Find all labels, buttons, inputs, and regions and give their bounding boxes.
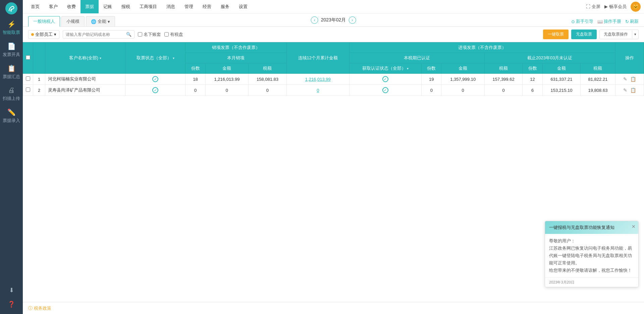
search-input[interactable]: [63, 31, 123, 38]
row-12m-link-0[interactable]: 1,216,013.99: [305, 77, 331, 82]
row-tax-s-1: 0: [249, 85, 286, 96]
row-action-1: ✎ 📋: [615, 85, 644, 96]
row-amount-s-1: 0: [205, 85, 248, 96]
sidebar: ⚡ 智能取票 📄 发票开具 📋 票据汇总 🖨 扫描上传 ✏️ 票据录入 ⬇ ❓: [0, 0, 23, 314]
own-account-checkbox[interactable]: [138, 32, 142, 37]
tab-bar: 一般纳税人 小规模 🌐 全能 ▾ ‹ 2023年02月 › ⊙ 新手引导: [23, 13, 644, 27]
sidebar-item-entry-label: 票据录入: [3, 118, 20, 124]
th-fetch-status: 取票状态（全部） ▾: [125, 43, 185, 74]
manual-action[interactable]: 📖 操作手册: [597, 18, 621, 24]
nav-client[interactable]: 客户: [44, 0, 62, 13]
tab-all[interactable]: 🌐 全能 ▾: [86, 16, 115, 26]
no-disk-fetch-btn[interactable]: 无盘取票: [571, 29, 597, 39]
sidebar-item-scan[interactable]: 🖨 扫描上传: [0, 83, 23, 105]
view-icon-1[interactable]: 📋: [630, 87, 636, 93]
th-cert-status: 获取认证状态（全部） ▾: [349, 63, 421, 74]
cert-check-1: ✓: [382, 87, 388, 93]
nav-invoice[interactable]: 票据: [80, 0, 99, 13]
nav-service[interactable]: 服务: [216, 0, 234, 13]
th-amount-d: 金额: [542, 63, 580, 74]
row-shares-d-1: 6: [523, 85, 542, 96]
view-icon-0[interactable]: 📋: [630, 76, 636, 82]
sidebar-item-summary-label: 票据汇总: [3, 74, 20, 80]
tab-small[interactable]: 小规模: [61, 16, 85, 26]
row-customer-1: 灵寿县尚泽矿产品有限公司: [45, 85, 125, 96]
notif-line2: 江苏政务网已恢复访问电子税务局功能，易代账一键登陆电子税务局与无盘取票相关功能可…: [549, 245, 634, 267]
row-tax-d-1: 19,808.63: [581, 85, 615, 96]
scan-icon: 🖨: [8, 86, 15, 94]
row-tax-s-0: 158,081.83: [249, 74, 286, 85]
th-num: [33, 43, 45, 74]
nav-biz[interactable]: 工商项目: [135, 0, 162, 13]
next-month-btn[interactable]: ›: [348, 16, 356, 24]
tax-policy-link[interactable]: ⓘ 税务政策: [28, 305, 51, 311]
tab-general[interactable]: 一般纳税人: [28, 16, 60, 27]
guide-action[interactable]: ⊙ 新手引导: [571, 18, 593, 24]
refresh-label: 刷新: [630, 18, 639, 24]
row-12m-link-1[interactable]: 0: [317, 88, 319, 93]
sidebar-item-smart-fetch[interactable]: ⚡ 智能取票: [0, 17, 23, 39]
row-12m-1: 0: [286, 85, 349, 96]
fullscreen-btn[interactable]: ⛶ 全屏: [586, 4, 600, 10]
table-row: 2 灵寿县尚泽矿产品有限公司 ✓ 0 0 0 0 ✓ 0 0 0 6 153,2…: [23, 85, 644, 96]
search-button[interactable]: 🔍: [123, 30, 134, 38]
bottom-bar: ⓘ 税务政策: [23, 302, 644, 314]
tax-disk-checkbox[interactable]: [164, 32, 169, 37]
refresh-action[interactable]: ↻ 刷新: [625, 18, 639, 24]
checkbox-tax-disk[interactable]: 有税盘: [164, 32, 183, 38]
th-tax-d: 税额: [581, 63, 615, 74]
th-checkbox: [23, 43, 33, 74]
prev-month-btn[interactable]: ‹: [311, 16, 318, 24]
user-avatar[interactable]: 🐱: [631, 2, 641, 12]
nav-manage[interactable]: 管理: [180, 0, 198, 13]
row-amount-d-1: 153,215.10: [542, 85, 580, 96]
row-amount-p-0: 1,357,999.10: [441, 74, 484, 85]
notif-close-btn[interactable]: ✕: [632, 224, 636, 229]
sidebar-help[interactable]: ❓: [0, 298, 23, 311]
fetch-check-0: ✓: [152, 76, 158, 82]
table-row: 1 河北柯瑞楠实业有限公司 ✓ 18 1,216,013.99 158,081.…: [23, 74, 644, 85]
tab-right-actions: ⊙ 新手引导 📖 操作手册 ↻ 刷新: [571, 18, 639, 26]
notif-line1: 尊敬的用户：: [549, 237, 634, 245]
row-check-0[interactable]: [26, 76, 30, 81]
no-disk-ops-arrow[interactable]: ▾: [632, 30, 638, 38]
sidebar-item-entry[interactable]: ✏️ 票据录入: [0, 105, 23, 127]
no-disk-ops-main[interactable]: 无盘取票操作: [600, 30, 632, 39]
nav-home[interactable]: 首页: [26, 0, 44, 13]
date-navigation: ‹ 2023年02月 ›: [311, 16, 356, 24]
sidebar-item-issue-invoice[interactable]: 📄 发票开具: [0, 39, 23, 61]
select-all-checkbox[interactable]: [26, 55, 30, 60]
nav-billing[interactable]: 收费: [62, 0, 80, 13]
edit-icon-0[interactable]: ✎: [623, 76, 627, 82]
nav-settings[interactable]: 设置: [234, 0, 252, 13]
row-fetch-status-0: ✓: [125, 74, 185, 85]
nav-message[interactable]: 消息: [162, 0, 180, 13]
row-check-1[interactable]: [26, 87, 30, 92]
row-12m-0: 1,216,013.99: [286, 74, 349, 85]
employee-filter[interactable]: 全部员工 ▾: [28, 30, 59, 39]
cert-status-filter-icon[interactable]: ▾: [407, 67, 409, 70]
nav-bookkeep[interactable]: 记账: [99, 0, 117, 13]
th-deadline: 截止2023年03月未认证: [484, 53, 615, 63]
row-shares-p-0: 19: [422, 74, 441, 85]
tab-small-label: 小规模: [66, 18, 79, 24]
row-checkbox-0[interactable]: [23, 74, 33, 85]
topnav: 首页 客户 收费 票据 记账 报税 工商项目 消息 管理 经营 服务 设置 ⛶ …: [23, 0, 644, 13]
manual-label: 操作手册: [604, 18, 621, 24]
customer-filter-icon[interactable]: ▾: [100, 56, 101, 60]
one-key-fetch-btn[interactable]: 一键取票: [543, 29, 569, 39]
member-btn[interactable]: ▶ 畅享会员: [604, 4, 627, 10]
sidebar-item-summary[interactable]: 📋 票据汇总: [0, 61, 23, 83]
checkbox-own-account[interactable]: 名下账套: [138, 32, 161, 38]
nav-tax[interactable]: 报税: [117, 0, 135, 13]
row-checkbox-1[interactable]: [23, 85, 33, 96]
row-amount-d-0: 631,337.21: [542, 74, 580, 85]
fetch-status-filter-icon[interactable]: ▾: [173, 56, 174, 60]
fullscreen-icon: ⛶: [586, 4, 590, 9]
edit-icon-1[interactable]: ✎: [623, 87, 627, 93]
row-num-0: 1: [33, 74, 45, 85]
entry-icon: ✏️: [7, 108, 16, 116]
sidebar-download[interactable]: ⬇: [0, 284, 23, 297]
nav-operation[interactable]: 经营: [198, 0, 216, 13]
th-sales: 销项发票（不含作废票）: [185, 43, 286, 53]
